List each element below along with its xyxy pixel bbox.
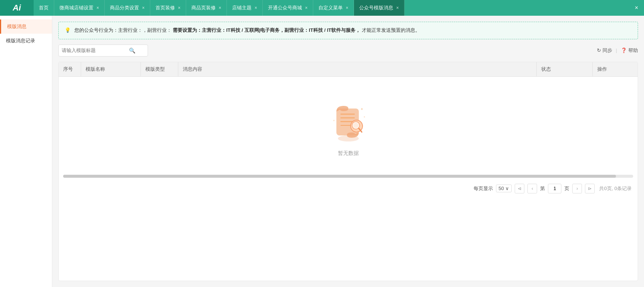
notice-icon: 💡: [65, 27, 71, 33]
scrollbar-thumb: [63, 175, 616, 178]
tab-list: 首页 微商城店铺设置 × 商品分类设置 × 首页装修 × 商品页装修 × 店铺主…: [34, 0, 629, 16]
content-area: 💡 您的公众号行业为：主营行业：，副营行业： 需要设置为：主营行业：IT科技 /…: [52, 16, 644, 287]
tab-shop-settings-close[interactable]: ×: [96, 5, 99, 10]
tab-category-close[interactable]: ×: [142, 5, 145, 10]
tab-theme[interactable]: 店铺主题 ×: [227, 0, 263, 16]
tab-home[interactable]: 首页: [34, 0, 54, 16]
next-page-button[interactable]: ›: [572, 184, 582, 193]
svg-text:✦: ✦: [333, 119, 335, 122]
notice-suffix: 才能正常发送预置的消息。: [362, 27, 420, 33]
page-size-value: 50: [499, 186, 504, 191]
last-page-button[interactable]: ⊳: [585, 184, 595, 193]
page-total: 共0页, 0条记录: [599, 185, 632, 192]
data-table: 序号 模版名称 模版类型 消息内容 状态 操作: [58, 62, 638, 281]
toolbar-divider: |: [616, 48, 617, 53]
search-input[interactable]: [62, 48, 129, 53]
notice-highlight: 需要设置为：主营行业：IT科技 / 互联网|电子商务，副营行业：IT科技 / I…: [173, 27, 360, 33]
tab-open-mall-label: 开通公众号商城: [268, 4, 302, 11]
pagination-row: 每页显示 50 ∨ ⊲ ‹ 第 页 › ⊳ 共0页, 0条记录: [59, 181, 638, 198]
tab-shop-settings[interactable]: 微商城店铺设置 ×: [54, 0, 105, 16]
first-page-button[interactable]: ⊲: [515, 184, 524, 193]
tab-home-label: 首页: [39, 4, 49, 11]
sidebar-item-template-msg-label: 模版消息: [7, 24, 27, 29]
search-icon[interactable]: 🔍: [129, 48, 135, 54]
sidebar: 模版消息 模版消息记录: [0, 16, 52, 287]
page-size-select[interactable]: 50 ∨: [496, 184, 512, 192]
sync-label: 同步: [603, 47, 612, 54]
col-index: 序号: [59, 62, 81, 76]
search-input-wrap: 🔍: [58, 45, 148, 57]
col-type: 模版类型: [141, 62, 178, 76]
help-label: 帮助: [628, 47, 638, 54]
empty-state: ✦ ✦ ✦ 暂无数据: [59, 77, 638, 172]
tab-template-msg-label: 公众号模版消息: [359, 4, 393, 11]
empty-text: 暂无数据: [338, 150, 359, 157]
page-size-label: 每页显示: [474, 185, 493, 192]
col-name: 模版名称: [81, 62, 141, 76]
col-status: 状态: [537, 62, 593, 76]
toolbar-right: ↻ 同步 | ❓ 帮助: [597, 47, 638, 54]
tab-home-decor[interactable]: 首页装修 ×: [150, 0, 186, 16]
horizontal-scrollbar[interactable]: [63, 175, 633, 178]
help-button[interactable]: ❓ 帮助: [621, 47, 638, 54]
svg-point-9: [353, 123, 358, 128]
tab-home-decor-close[interactable]: ×: [178, 5, 181, 10]
sync-icon: ↻: [597, 48, 601, 53]
tab-home-decor-label: 首页装修: [155, 4, 175, 11]
main-layout: 模版消息 模版消息记录 💡 您的公众号行业为：主营行业：，副营行业： 需要设置为…: [0, 16, 644, 287]
tab-custom-menu-close[interactable]: ×: [346, 5, 348, 10]
sidebar-item-template-msg-record-label: 模版消息记录: [6, 38, 35, 43]
sync-button[interactable]: ↻ 同步: [597, 47, 612, 54]
svg-text:✦: ✦: [360, 107, 363, 111]
page-unit: 页: [564, 185, 569, 192]
col-action: 操作: [593, 62, 638, 76]
tab-product-decor[interactable]: 商品页装修 ×: [186, 0, 227, 16]
tab-template-msg-close[interactable]: ×: [396, 5, 399, 10]
close-all-button[interactable]: ×: [629, 0, 644, 16]
svg-text:✦: ✦: [363, 116, 366, 118]
search-row: 🔍 ↻ 同步 | ❓ 帮助: [58, 45, 638, 57]
tab-open-mall[interactable]: 开通公众号商城 ×: [263, 0, 313, 16]
tab-product-decor-close[interactable]: ×: [219, 5, 221, 10]
tab-custom-menu-label: 自定义菜单: [318, 4, 343, 11]
page-number-input[interactable]: [548, 184, 561, 193]
col-content: 消息内容: [178, 62, 537, 76]
tab-shop-settings-label: 微商城店铺设置: [59, 4, 93, 11]
notice-box: 💡 您的公众号行业为：主营行业：，副营行业： 需要设置为：主营行业：IT科技 /…: [58, 22, 638, 39]
tab-open-mall-close[interactable]: ×: [305, 5, 308, 10]
topbar: Ai 首页 微商城店铺设置 × 商品分类设置 × 首页装修 × 商品页装修 × …: [0, 0, 644, 16]
sidebar-item-template-msg[interactable]: 模版消息: [0, 19, 52, 34]
page-size-chevron-icon: ∨: [505, 186, 509, 191]
tab-theme-label: 店铺主题: [232, 4, 252, 11]
tab-template-msg[interactable]: 公众号模版消息 ×: [354, 0, 404, 16]
notice-prefix: 您的公众号行业为：主营行业：，副营行业：: [74, 27, 172, 33]
tab-theme-close[interactable]: ×: [255, 5, 257, 10]
tab-category[interactable]: 商品分类设置 ×: [105, 0, 150, 16]
tab-product-decor-label: 商品页装修: [191, 4, 216, 11]
tab-category-label: 商品分类设置: [110, 4, 139, 11]
help-icon: ❓: [621, 48, 627, 53]
tab-custom-menu[interactable]: 自定义菜单 ×: [313, 0, 354, 16]
page-label: 第: [540, 185, 545, 192]
app-logo: Ai: [0, 0, 34, 16]
empty-illustration: ✦ ✦ ✦: [326, 99, 371, 144]
sidebar-item-template-msg-record[interactable]: 模版消息记录: [0, 34, 52, 48]
table-header: 序号 模版名称 模版类型 消息内容 状态 操作: [59, 62, 638, 77]
prev-page-button[interactable]: ‹: [527, 184, 537, 193]
